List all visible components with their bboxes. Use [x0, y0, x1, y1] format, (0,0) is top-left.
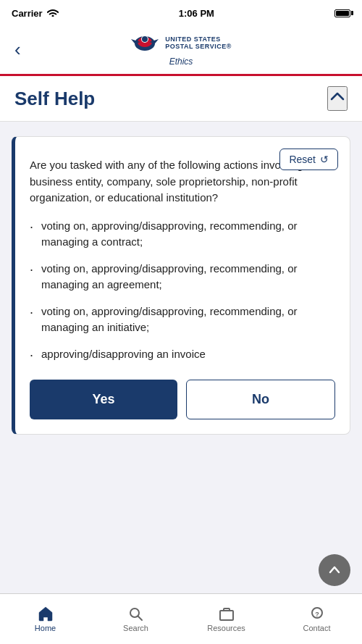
list-item: voting on, approving/disapproving, recom…	[30, 218, 335, 251]
list-item: approving/disapproving an invoice	[30, 346, 335, 363]
no-button[interactable]: No	[186, 380, 335, 419]
reset-button[interactable]: Reset ↺	[279, 149, 338, 170]
status-bar: Carrier 1:06 PM	[0, 0, 362, 26]
tab-resources[interactable]: Resources	[181, 594, 272, 644]
app-header: ‹ UNITED STATES POSTAL SERVICE® Ethics	[0, 26, 362, 76]
home-icon	[37, 606, 54, 622]
search-icon	[127, 606, 145, 622]
arrow-up-icon	[327, 563, 342, 577]
time-display: 1:06 PM	[179, 8, 214, 19]
usps-eagle-icon	[130, 32, 159, 55]
main-content: Reset ↺ Are you tasked with any of the f…	[0, 122, 362, 593]
list-item: voting on, approving/disapproving, recom…	[30, 304, 335, 336]
bullet-list: voting on, approving/disapproving, recom…	[30, 218, 335, 363]
page-title: Self Help	[14, 88, 95, 110]
list-item: voting on, approving/disapproving, recom…	[30, 261, 335, 293]
back-icon: ‹	[14, 38, 21, 60]
tab-resources-label: Resources	[207, 624, 245, 632]
carrier-text: Carrier	[12, 8, 43, 19]
yes-button[interactable]: Yes	[30, 380, 177, 419]
logo-area: UNITED STATES POSTAL SERVICE® Ethics	[130, 32, 232, 67]
question-card: Reset ↺ Are you tasked with any of the f…	[12, 136, 350, 435]
carrier-label: Carrier	[12, 8, 59, 19]
svg-point-3	[142, 36, 148, 42]
wifi-icon	[47, 8, 59, 19]
tab-bar: Home Search Resources ? Contact	[0, 593, 362, 644]
svg-text:?: ?	[315, 611, 319, 618]
usps-text-block: UNITED STATES POSTAL SERVICE®	[165, 36, 232, 51]
tab-home-label: Home	[35, 624, 56, 632]
action-buttons: Yes No	[30, 380, 335, 419]
contact-icon: ?	[308, 606, 326, 622]
ethics-label: Ethics	[169, 57, 193, 67]
battery-icon	[334, 9, 350, 17]
tab-search-label: Search	[123, 624, 148, 632]
tab-home[interactable]: Home	[0, 594, 90, 644]
chevron-up-icon	[329, 88, 346, 105]
tab-search[interactable]: Search	[90, 594, 181, 644]
tab-contact-label: Contact	[303, 624, 331, 632]
battery-area	[334, 9, 350, 17]
page-title-bar: Self Help	[0, 76, 362, 122]
resources-icon	[218, 606, 235, 622]
svg-line-7	[138, 616, 142, 621]
svg-rect-8	[220, 611, 233, 620]
scroll-top-button[interactable]	[319, 554, 350, 586]
tab-contact[interactable]: ? Contact	[272, 594, 362, 644]
logo-container: UNITED STATES POSTAL SERVICE®	[130, 32, 232, 55]
reset-icon: ↺	[320, 154, 329, 165]
reset-label: Reset	[289, 154, 316, 165]
collapse-button[interactable]	[327, 86, 348, 111]
back-button[interactable]: ‹	[12, 35, 24, 64]
usps-line2: POSTAL SERVICE®	[165, 43, 232, 51]
